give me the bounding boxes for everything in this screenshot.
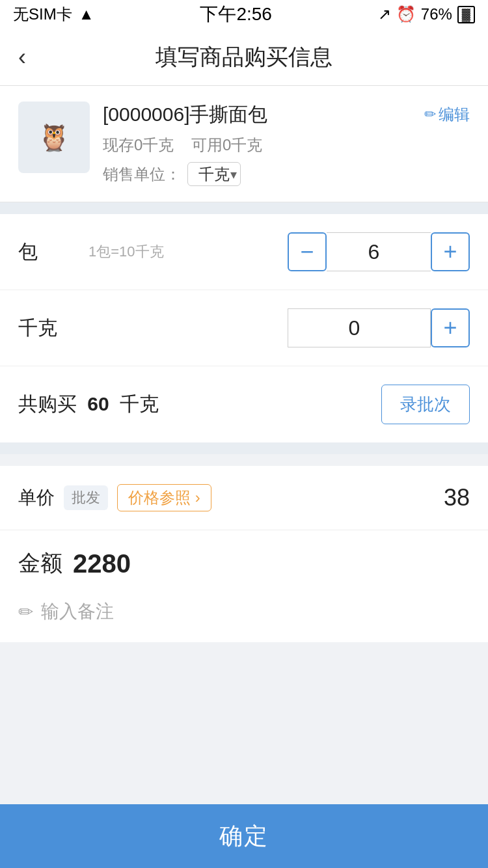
- price-value: 38: [444, 484, 470, 511]
- product-card: 🦉 [0000006]手撕面包 现存0千克 可用0千克 销售单位： 千克 ✏ 编…: [0, 86, 488, 202]
- price-row: 单价 批发 价格参照 › 38: [0, 466, 488, 530]
- package-plus-button[interactable]: +: [431, 232, 470, 271]
- price-ref-button[interactable]: 价格参照 ›: [117, 484, 211, 511]
- kg-plus-button[interactable]: +: [431, 308, 470, 347]
- total-text: 共购买 60 千克: [18, 391, 381, 418]
- package-quantity-control: − +: [288, 232, 470, 271]
- total-amount: 60: [87, 393, 109, 414]
- price-section: 单价 批发 价格参照 › 38: [0, 466, 488, 530]
- battery-icon: ▓: [457, 6, 475, 23]
- edit-button[interactable]: ✏ 编辑: [424, 104, 470, 125]
- page-title: 填写商品购买信息: [156, 42, 332, 72]
- status-time: 下午2:56: [200, 2, 272, 27]
- product-unit-row: 销售单位： 千克: [103, 162, 470, 186]
- nav-bar: ‹ 填写商品购买信息: [0, 29, 488, 86]
- alarm-icon: ⏰: [396, 5, 416, 23]
- kg-input[interactable]: [288, 308, 431, 347]
- product-image: 🦉: [18, 102, 90, 173]
- confirm-button[interactable]: 确定: [0, 804, 488, 868]
- status-bar: 无SIM卡 ▲ 下午2:56 ↗ ⏰ 76% ▓: [0, 0, 488, 29]
- amount-section: 金额 2280 ✏ 输入备注: [0, 530, 488, 642]
- amount-row: 金额 2280: [18, 549, 470, 578]
- status-left: 无SIM卡 ▲: [13, 4, 94, 25]
- package-input-row: 包 1包=10千克 − +: [0, 214, 488, 290]
- amount-value: 2280: [73, 549, 131, 578]
- section-divider-1: [0, 202, 488, 214]
- product-info: [0000006]手撕面包 现存0千克 可用0千克 销售单位： 千克: [103, 102, 470, 186]
- package-sublabel: 1包=10千克: [88, 242, 288, 262]
- package-input[interactable]: [327, 232, 431, 271]
- package-label: 包: [18, 239, 83, 265]
- product-stock: 现存0千克 可用0千克: [103, 135, 470, 156]
- location-icon: ↗: [378, 5, 391, 23]
- back-button[interactable]: ‹: [18, 44, 26, 71]
- pencil-icon: ✏: [18, 601, 33, 623]
- total-row: 共购买 60 千克 录批次: [0, 366, 488, 442]
- carrier-text: 无SIM卡: [13, 4, 72, 25]
- product-logo: 🦉: [38, 122, 70, 153]
- edit-icon: ✏: [424, 106, 436, 123]
- unit-select-wrap[interactable]: 千克: [187, 162, 241, 186]
- status-right: ↗ ⏰ 76% ▓: [378, 5, 475, 23]
- battery-text: 76%: [421, 5, 452, 23]
- product-name: [0000006]手撕面包: [103, 102, 470, 128]
- amount-label: 金额: [18, 549, 62, 578]
- price-label: 单价: [18, 485, 55, 510]
- kg-quantity-control: +: [288, 308, 470, 347]
- input-section: 包 1包=10千克 − + 千克 + 共购买 60 千克 录批次: [0, 214, 488, 442]
- batch-button[interactable]: 录批次: [381, 385, 470, 424]
- wifi-icon: ▲: [79, 5, 94, 23]
- remark-row[interactable]: ✏ 输入备注: [18, 589, 470, 642]
- section-divider-2: [0, 442, 488, 454]
- kg-input-row: 千克 +: [0, 290, 488, 366]
- unit-select[interactable]: 千克: [187, 162, 241, 186]
- price-tag: 批发: [64, 485, 108, 510]
- package-minus-button[interactable]: −: [288, 232, 327, 271]
- kg-label: 千克: [18, 315, 288, 342]
- remark-placeholder: 输入备注: [41, 599, 114, 624]
